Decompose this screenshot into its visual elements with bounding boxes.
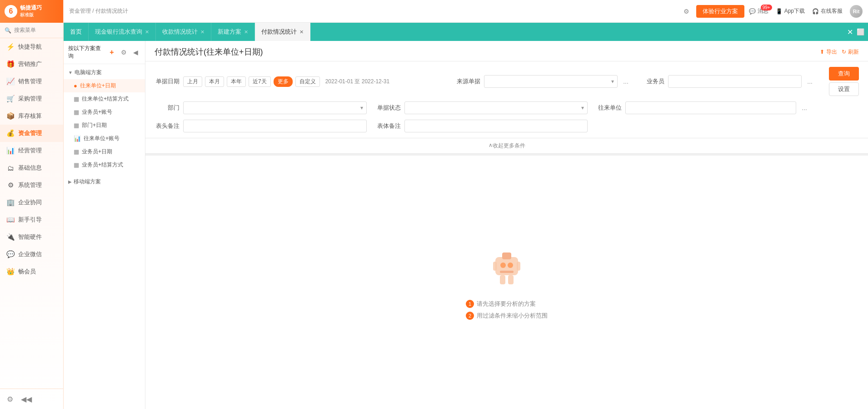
finance-icon: 💰 (5, 129, 15, 137)
sidebar-item-finance[interactable]: 💰 资金管理 (0, 125, 63, 142)
date-btn-last-month[interactable]: 上月 (183, 76, 202, 87)
partner-field: 往来单位 ... (597, 101, 809, 114)
staff-method-icon: ▦ (74, 162, 79, 168)
search-menu[interactable]: 🔍 搜索菜单 (0, 23, 63, 38)
staff-dots[interactable]: ... (805, 78, 814, 85)
date-quick-btns: 上月 本月 本年 近7天 更多 自定义 2022-01-01 至 2022-12… (183, 76, 389, 87)
source-select-wrap: ▾ (484, 75, 618, 88)
table-body-note-field: 表体备注 (376, 120, 588, 132)
scheme-header-label: 按以下方案查询 (68, 45, 104, 60)
scheme-item-unit-account[interactable]: 📊 往来单位+账号 (64, 132, 145, 145)
partner-input[interactable] (625, 101, 796, 114)
table-body-note-input[interactable] (404, 120, 588, 132)
trial-btn[interactable]: 体验行业方案 (696, 5, 744, 18)
message-btn[interactable]: 💬 消息 99+ (749, 7, 768, 15)
member-icon: 👑 (5, 268, 15, 276)
empty-tip-2: 2 用过滤条件来缩小分析范围 (466, 310, 548, 322)
svg-rect-8 (508, 275, 514, 284)
date-btn-more[interactable]: 更多 (274, 76, 293, 87)
scheme-item-dept-date[interactable]: ▦ 部门+日期 (64, 119, 145, 132)
partner-dots[interactable]: ... (800, 104, 809, 111)
dept-select[interactable] (183, 101, 367, 114)
app-icon: 📱 (776, 8, 783, 15)
tab-home[interactable]: 首页 (64, 23, 89, 41)
filter-row-2: 部门 ▾ 单据状态 (155, 101, 859, 114)
svg-rect-1 (502, 252, 511, 259)
date-btn-this-month[interactable]: 本月 (205, 76, 224, 87)
tab-bank-flow-close[interactable]: ✕ (145, 29, 149, 35)
topbar-settings-btn[interactable]: ⚙ (682, 6, 692, 16)
date-btn-this-year[interactable]: 本年 (227, 76, 246, 87)
scheme-add-btn[interactable]: + (107, 47, 117, 57)
tab-new-scheme[interactable]: 新建方案 ✕ (211, 23, 255, 41)
scheme-item-staff-method[interactable]: ▦ 业务员+结算方式 (64, 158, 145, 172)
nav-label: 企业协同 (18, 198, 42, 207)
tip1-num: 1 (466, 300, 474, 308)
unit-account-label: 往来单位+账号 (84, 135, 120, 142)
scheme-item-staff-account[interactable]: ▦ 业务员+账号 (64, 106, 145, 119)
empty-state: 1 请先选择要分析的方案 2 用过滤条件来缩小分析范围 (145, 156, 868, 409)
sidebar-item-basic-info[interactable]: 🗂 基础信息 (0, 159, 63, 177)
service-btn[interactable]: 🎧 在线客服 (812, 7, 843, 15)
main-area: 资金管理 / 付款情况统计 ⚙ 体验行业方案 💬 消息 99+ 📱 App下载 … (64, 0, 868, 409)
sidebar-collapse-btn[interactable]: ◀◀ (20, 393, 33, 405)
scheme-collapse-btn[interactable]: ◀ (130, 47, 140, 57)
wechat-icon: 💬 (5, 250, 15, 258)
tip2-text: 用过滤条件来缩小分析范围 (477, 310, 548, 322)
header-actions: ⬆ 导出 ↻ 刷新 (820, 48, 859, 56)
nav-label: 库存核算 (18, 112, 42, 120)
sidebar-item-wechat[interactable]: 💬 企业微信 (0, 246, 63, 263)
settings-btn[interactable]: 设置 (829, 82, 859, 96)
scheme-item-unit-method[interactable]: ▦ 往来单位+结算方式 (64, 92, 145, 106)
topbar: 资金管理 / 付款情况统计 ⚙ 体验行业方案 💬 消息 99+ 📱 App下载 … (64, 0, 868, 23)
scheme-item-unit-date[interactable]: ● 往来单位+日期 (64, 79, 145, 92)
tab-receive-stat[interactable]: 收款情况统计 ✕ (156, 23, 211, 41)
tab-pay-stat-close[interactable]: ✕ (299, 29, 304, 35)
source-select[interactable] (484, 75, 618, 88)
scheme-group-mobile-header[interactable]: ▶ 移动端方案 (64, 175, 145, 188)
export-btn[interactable]: ⬆ 导出 (820, 48, 837, 56)
tab-new-scheme-close[interactable]: ✕ (244, 29, 248, 35)
collapse-arrow-icon: ∧ (489, 142, 493, 150)
empty-tip-1: 1 请先选择要分析的方案 (466, 298, 548, 310)
sidebar-item-quick-nav[interactable]: ⚡ 快捷导航 (0, 38, 63, 56)
sidebar-item-guide[interactable]: 📖 新手引导 (0, 211, 63, 228)
scheme-settings-btn[interactable]: ⚙ (119, 47, 129, 57)
scheme-group-pc-header[interactable]: ▼ 电脑端方案 (64, 66, 145, 79)
user-avatar[interactable]: Rit (850, 5, 863, 18)
table-header-note-field: 表头备注 (155, 120, 367, 132)
sidebar-item-sales[interactable]: 📈 销售管理 (0, 73, 63, 90)
staff-date-label: 业务员+日期 (82, 148, 112, 156)
refresh-btn[interactable]: ↻ 刷新 (842, 48, 859, 56)
tab-receive-stat-close[interactable]: ✕ (200, 29, 205, 35)
voucher-status-select[interactable] (404, 101, 588, 114)
collapse-more-btn[interactable]: ∧ 收起更多条件 (145, 138, 868, 154)
purchase-icon: 🛒 (5, 95, 15, 103)
tab-pay-stat[interactable]: 付款情况统计 ✕ (255, 23, 310, 41)
staff-select[interactable] (668, 75, 802, 88)
filter-header: 付款情况统计(往来单位+日期) ⬆ 导出 ↻ 刷新 (145, 41, 868, 61)
app-download-btn[interactable]: 📱 App下载 (776, 7, 805, 15)
source-dots[interactable]: ... (621, 78, 630, 85)
sidebar-item-member[interactable]: 👑 畅会员 (0, 263, 63, 280)
sidebar-settings-btn[interactable]: ⚙ (4, 393, 16, 405)
scheme-item-staff-date[interactable]: ▦ 业务员+日期 (64, 145, 145, 158)
query-btn[interactable]: 查询 (829, 67, 859, 81)
svg-rect-6 (517, 262, 520, 271)
voucher-status-select-wrap: ▾ (404, 101, 588, 114)
sidebar-item-marketing[interactable]: 🎁 营销推广 (0, 56, 63, 73)
date-btn-custom[interactable]: 自定义 (295, 76, 320, 87)
topbar-right: 💬 消息 99+ 📱 App下载 🎧 在线客服 Rit (749, 5, 863, 18)
sidebar-item-purchase[interactable]: 🛒 采购管理 (0, 90, 63, 107)
sidebar-item-inventory[interactable]: 📦 库存核算 (0, 107, 63, 125)
sidebar-item-operations[interactable]: 📊 经营管理 (0, 142, 63, 159)
table-header-note-input[interactable] (183, 120, 367, 132)
tab-close-all-btn[interactable]: ✕ (847, 28, 853, 36)
sidebar-item-enterprise[interactable]: 🏢 企业协同 (0, 194, 63, 211)
tab-expand-btn[interactable]: ⬜ (857, 28, 864, 35)
date-btn-7days[interactable]: 近7天 (249, 76, 271, 87)
sidebar: 6 畅捷通巧 标准版 🔍 搜索菜单 ⚡ 快捷导航 🎁 营销推广 📈 销售管理 🛒… (0, 0, 64, 409)
tab-bank-flow[interactable]: 现金银行流水查询 ✕ (89, 23, 156, 41)
sidebar-item-hardware[interactable]: 🔌 智能硬件 (0, 228, 63, 246)
sidebar-item-system[interactable]: ⚙ 系统管理 (0, 177, 63, 194)
